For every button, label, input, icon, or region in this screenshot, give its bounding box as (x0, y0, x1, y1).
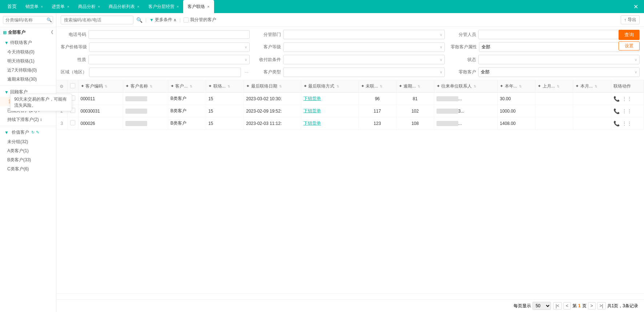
more-conditions-button[interactable]: ▼ 更多条件 ∧ (149, 17, 177, 23)
row-1-phone-icon[interactable]: 📞 (613, 96, 620, 102)
my-customer-checkbox[interactable] (184, 17, 189, 23)
sidebar-item-today[interactable]: 今天待联络(0) (0, 48, 56, 57)
sidebar-search-input[interactable] (3, 16, 53, 24)
filter-select-region[interactable] (89, 68, 241, 77)
chevron-down-icon: ∧ (173, 17, 177, 23)
row-2-phone-icon[interactable]: 📞 (613, 108, 620, 114)
tab-close-customer-contact[interactable]: × (207, 4, 209, 9)
filter-select-scattered-attr[interactable]: 全部 ∨ (479, 42, 640, 52)
nav-tab-analysis[interactable]: 商品分析 × (74, 0, 104, 13)
col-settings[interactable]: ⚙ (56, 80, 67, 93)
filter-select-dept[interactable]: ∨ (283, 30, 444, 39)
sidebar-item-unclassified[interactable]: 未分组(32) (0, 137, 56, 146)
row-3-phone-icon[interactable]: 📞 (613, 121, 620, 126)
window-close-button[interactable]: ✕ (631, 3, 641, 10)
row-checkbox-3[interactable] (67, 117, 78, 130)
sort-icon-unlisted[interactable]: ⇅ (380, 85, 383, 88)
page-prev-button[interactable]: < (563, 302, 571, 309)
horizontal-scrollbar[interactable] (56, 293, 644, 299)
per-page-select[interactable]: 50 100 200 (532, 302, 551, 310)
nav-tab-analysis-list[interactable]: 商品分析列表 × (104, 0, 144, 13)
sort-icon-last-date[interactable]: ⇅ (279, 85, 282, 88)
nav-tab-customer-segment[interactable]: 客户分层经营 × (144, 0, 183, 13)
sort-icon-last-month[interactable]: ⇅ (557, 85, 560, 88)
sort-icon-type[interactable]: ⇅ (190, 85, 193, 88)
sidebar-item-overdue[interactable]: 逾期未联络(30) (0, 75, 56, 84)
filter-input-phone[interactable] (88, 30, 250, 39)
filter-select-scattered[interactable]: 全部 ∨ (478, 67, 640, 77)
edit-icon-value[interactable]: ✎ (36, 130, 39, 135)
filter-select-payment[interactable]: ∨ (283, 55, 444, 64)
row-3-this-month (573, 117, 611, 130)
header-checkbox[interactable] (70, 83, 75, 88)
page-next-button[interactable]: > (588, 302, 596, 309)
nav-tab-purchase[interactable]: 进货单 × (47, 0, 73, 13)
chevron-level-icon: ∨ (440, 45, 442, 49)
nav-home[interactable]: 首页 (3, 0, 21, 13)
row-3-more-icon[interactable]: ⋮⋮ (622, 121, 632, 126)
sidebar-item-declining[interactable]: 持续下滑客户(2) ℹ (0, 115, 56, 124)
filter-label-nature: 性质 (61, 57, 86, 63)
row-1-contact: 15 (206, 93, 244, 105)
search-button[interactable]: 🔍 (136, 17, 142, 23)
sidebar-item-class-c[interactable]: C类客户(6) (0, 165, 56, 174)
sidebar-item-class-b[interactable]: B类客户(33) (0, 155, 56, 165)
tab-close-analysis[interactable]: × (98, 4, 100, 9)
row-3-last-method[interactable]: 下销货单 (301, 117, 358, 130)
search-input[interactable] (61, 16, 133, 24)
nav-tab-customer-contact[interactable]: 客户联络 × (183, 0, 214, 13)
filter-select-status[interactable]: ∨ (478, 55, 640, 64)
row-3-checkbox[interactable] (70, 120, 75, 125)
row-3-last-date: 2023-02-03 11:12: (244, 117, 301, 130)
col-checkbox[interactable] (67, 80, 78, 93)
tab-close-sales[interactable]: × (41, 4, 43, 9)
sort-icon-last-method[interactable]: ⇅ (337, 85, 339, 88)
sort-icon-contact-person[interactable]: ⇅ (474, 85, 476, 88)
page-first-button[interactable]: |< (553, 302, 562, 309)
tooltip-churn: 90天未交易的客户，可能有流失风险。 (10, 94, 56, 111)
page-last-button[interactable]: >| (597, 302, 606, 309)
sidebar-group-pending-header[interactable]: ▼ 待联络客户 (0, 38, 56, 48)
filter-select-price-level[interactable]: ∨ (89, 42, 250, 52)
tab-close-analysis-list[interactable]: × (137, 4, 139, 9)
filter-select-customer-type[interactable]: ∨ (283, 68, 444, 77)
top-navigation: 首页 销货单 × 进货单 × 商品分析 × 商品分析列表 × 客户分层经营 × … (0, 0, 644, 13)
sort-icon-this-month[interactable]: ⇅ (595, 85, 597, 88)
filter-select-nature[interactable]: ∨ (88, 55, 250, 64)
filter-dept: 分管部门 ∨ (255, 30, 444, 39)
tab-close-customer-segment[interactable]: × (177, 4, 179, 9)
export-button[interactable]: ↑ 导出 (621, 15, 640, 24)
sort-icon-overdue[interactable]: ⇅ (418, 85, 420, 88)
row-3-last-method-link[interactable]: 下销货单 (303, 121, 321, 126)
row-1-more-icon[interactable]: ⋮⋮ (622, 96, 632, 102)
query-button[interactable]: 查询 (619, 30, 640, 40)
row-1-last-method-link[interactable]: 下销货单 (303, 96, 321, 101)
row-2-last-method-link[interactable]: 下销货单 (303, 108, 321, 113)
nav-tab-sales[interactable]: 销货单 × (21, 0, 47, 13)
sidebar-item-tomorrow[interactable]: 明天待联络(1) (0, 57, 56, 66)
col-header-contact: ✦ 联络... ⇅ (206, 80, 244, 93)
sidebar-item-class-a[interactable]: A类客户(1) (0, 146, 56, 155)
sort-icon-code[interactable]: ⇅ (105, 85, 108, 88)
filter-label-payment: 收付款条件 (255, 57, 281, 63)
filter-level: 客户等级 ∨ (255, 42, 444, 52)
settings-button[interactable]: 设置 (619, 41, 640, 50)
row-2-more-icon[interactable]: ⋮⋮ (622, 108, 632, 114)
tab-close-purchase[interactable]: × (67, 4, 69, 9)
sidebar-all-customers[interactable]: ⊞ 全部客户 《 (0, 27, 56, 38)
sort-icon-name[interactable]: ⇅ (150, 85, 153, 88)
sidebar-group-value-header[interactable]: ▼ 价值客户 ↻ ✎ (0, 127, 56, 137)
row-2-this-month (573, 105, 611, 117)
region-dots-button[interactable]: ··· (243, 70, 250, 75)
sort-icon-this-year[interactable]: ⇅ (519, 85, 522, 88)
filter-select-person[interactable] (478, 30, 631, 39)
refresh-icon-value[interactable]: ↻ (31, 130, 35, 135)
filter-select-level[interactable]: ∨ (283, 42, 444, 52)
row-3-contact-person: ... (434, 117, 498, 130)
filter-label-scattered: 零散客户 (451, 69, 476, 75)
sidebar-item-7days[interactable]: 近7天待联络(0) (0, 66, 56, 75)
row-1-last-method[interactable]: 下销货单 (301, 93, 358, 105)
sort-icon-contact[interactable]: ⇅ (228, 85, 230, 88)
chevron-payment-icon: ∨ (440, 58, 442, 62)
row-2-last-method[interactable]: 下销货单 (301, 105, 358, 117)
